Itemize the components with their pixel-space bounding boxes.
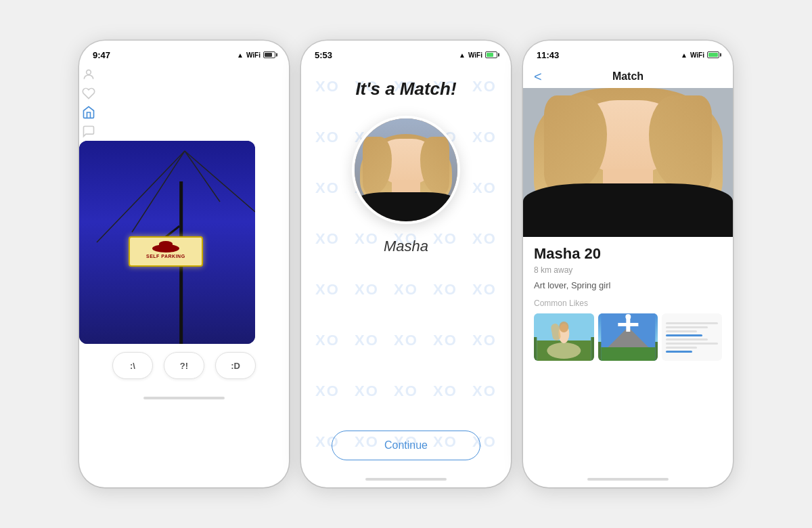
- time-3: 11:43: [537, 50, 559, 60]
- phone-2: XO XO XO XO XO XO XO XO XO XO XO XO XO X…: [301, 41, 511, 487]
- status-icons-3: ▲ WiFi: [681, 51, 719, 59]
- signal-icon-3: ▲: [681, 51, 687, 59]
- svg-point-9: [547, 343, 581, 359]
- profile-nav-icon[interactable]: [79, 65, 98, 84]
- likes-nav-icon[interactable]: [79, 84, 98, 103]
- profile-distance: 8 km away: [534, 265, 722, 275]
- photo-card: SELF PARKING: [79, 141, 255, 344]
- wifi-icon-2: WiFi: [468, 51, 482, 59]
- reaction-happy-button[interactable]: :D: [215, 352, 256, 379]
- like-thumb-text: [662, 313, 722, 361]
- battery-icon-3: [707, 51, 719, 58]
- like-thumb-venus: [534, 313, 594, 361]
- svg-rect-18: [618, 323, 638, 326]
- status-icons-1: ▲ WiFi: [237, 51, 275, 59]
- svg-point-19: [625, 314, 631, 320]
- match-name: Masha: [384, 238, 428, 255]
- reaction-meh-button[interactable]: :\: [112, 352, 153, 379]
- svg-line-2: [132, 151, 185, 232]
- status-bar-1: 9:47 ▲ WiFi: [79, 41, 289, 65]
- home-indicator-3: [587, 478, 669, 481]
- christ-svg: [598, 313, 658, 361]
- time-2: 5:53: [315, 50, 332, 60]
- status-bar-3: 11:43 ▲ WiFi: [523, 41, 733, 65]
- match-title: It's a Match!: [355, 79, 456, 100]
- masha-portrait: [355, 118, 457, 221]
- profile-header-title: Match: [612, 70, 644, 83]
- home-indicator-1: [143, 397, 225, 399]
- match-content: It's a Match! Masha Continue: [301, 65, 511, 474]
- home-indicator-2: [365, 478, 447, 481]
- reaction-surprise-button[interactable]: ?!: [164, 352, 204, 379]
- match-avatar: [352, 116, 460, 224]
- profile-name-age: Masha 20: [534, 245, 722, 263]
- like-thumb-christ: [598, 313, 658, 361]
- profile-bio: Art lover, Spring girl: [534, 280, 722, 290]
- phone-3: 11:43 ▲ WiFi < Match: [523, 41, 733, 487]
- battery-icon-1: [263, 51, 275, 58]
- wifi-icon-3: WiFi: [690, 51, 704, 59]
- common-likes-grid: [534, 313, 722, 361]
- status-bar-2: 5:53 ▲ WiFi: [301, 41, 511, 65]
- profile-info: Masha 20 8 km away Art lover, Spring gir…: [523, 237, 733, 474]
- continue-button[interactable]: Continue: [332, 431, 480, 460]
- svg-line-1: [97, 151, 185, 242]
- phone-1: 9:47 ▲ WiFi: [79, 41, 289, 487]
- signal-icon-2: ▲: [459, 51, 466, 59]
- chat-nav-icon[interactable]: [79, 122, 98, 141]
- home-nav-icon[interactable]: [79, 103, 98, 122]
- back-button[interactable]: <: [534, 69, 542, 85]
- nav-bar-1: [79, 65, 289, 141]
- svg-rect-15: [601, 347, 655, 361]
- battery-icon-2: [485, 51, 497, 58]
- photo-area: SELF PARKING: [79, 141, 289, 344]
- profile-photo: [523, 88, 733, 237]
- svg-point-0: [87, 70, 91, 74]
- svg-point-12: [559, 322, 568, 332]
- wifi-icon-1: WiFi: [246, 51, 261, 59]
- parking-sign: SELF PARKING: [129, 236, 203, 267]
- venus-svg: [534, 313, 594, 361]
- ufo-graphic: [152, 244, 179, 252]
- time-1: 9:47: [93, 50, 110, 60]
- reaction-bar: :\ ?! :D: [79, 344, 289, 393]
- svg-line-4: [185, 151, 255, 212]
- profile-photo-bg: [523, 88, 733, 237]
- screenshots-container: 9:47 ▲ WiFi: [66, 27, 746, 501]
- profile-header-bar: < Match: [523, 65, 733, 88]
- status-icons-2: ▲ WiFi: [459, 51, 497, 59]
- signal-icon-1: ▲: [237, 51, 244, 59]
- common-likes-label: Common Likes: [534, 299, 722, 308]
- night-scene: SELF PARKING: [79, 141, 255, 344]
